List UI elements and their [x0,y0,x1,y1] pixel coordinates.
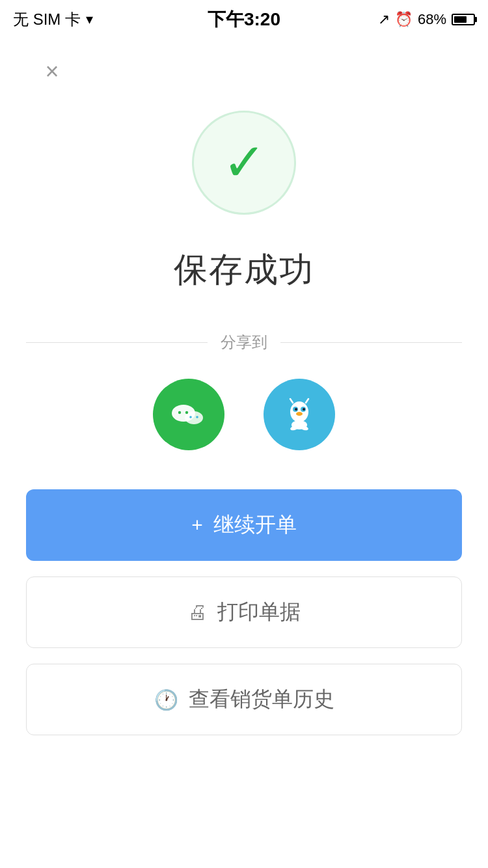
continue-label: 继续开单 [213,511,297,539]
status-right: ↗ ⏰ 68% [378,11,475,28]
print-label: 打印单据 [217,598,301,627]
share-icons [26,379,462,450]
status-time: 下午3:20 [208,7,280,32]
svg-line-15 [290,399,293,403]
history-button[interactable]: 🕐 查看销货单历史 [26,664,462,735]
location-icon: ↗ [378,11,390,28]
wechat-icon [169,395,208,434]
actions: + 继续开单 🖨 打印单据 🕐 查看销货单历史 [26,489,462,735]
svg-point-2 [178,411,181,414]
wechat-share-button[interactable] [153,379,224,450]
svg-point-14 [296,412,303,416]
history-label: 查看销货单历史 [189,685,334,714]
wifi-icon: ▾ [86,11,93,28]
share-label: 分享到 [221,332,267,353]
svg-point-12 [295,408,297,411]
checkmark-icon: ✓ [223,137,266,189]
svg-line-16 [306,399,308,403]
main-content: × ✓ 保存成功 分享到 [0,39,488,868]
svg-point-3 [185,411,188,414]
close-button[interactable]: × [33,52,72,91]
share-divider: 分享到 [26,332,462,353]
success-title: 保存成功 [174,247,314,293]
share-section: 分享到 [26,332,462,450]
svg-point-13 [303,408,305,411]
print-button[interactable]: 🖨 打印单据 [26,576,462,648]
alarm-icon: ⏰ [395,11,413,28]
history-icon: 🕐 [154,688,178,711]
battery-percent: 68% [418,11,446,28]
success-circle: ✓ [192,111,296,215]
qq-icon [280,395,319,434]
status-bar: 无 SIM 卡 ▾ 下午3:20 ↗ ⏰ 68% [0,0,488,39]
svg-point-5 [196,416,198,418]
status-left: 无 SIM 卡 ▾ [13,9,93,30]
continue-button[interactable]: + 继续开单 [26,489,462,561]
no-sim-label: 无 SIM 卡 [13,9,81,30]
plus-icon: + [191,514,203,536]
battery-icon [452,14,475,25]
print-icon: 🖨 [187,601,207,623]
close-icon: × [45,60,59,83]
qq-share-button[interactable] [264,379,335,450]
svg-point-4 [189,416,192,418]
